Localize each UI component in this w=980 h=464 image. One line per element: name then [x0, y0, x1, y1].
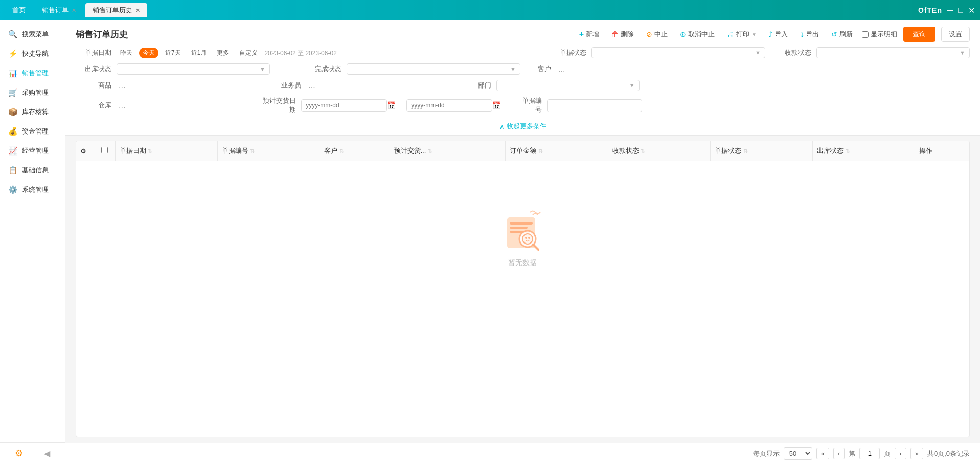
top-bar: 首页 销售订单 ✕ 销售订单历史 ✕ OfTEn ─ □ ✕: [0, 0, 980, 20]
export-button[interactable]: ⤵ 导出: [797, 28, 822, 41]
date-range-text: 2023-06-02 至 2023-06-02: [264, 49, 336, 58]
date-7days[interactable]: 近7天: [162, 48, 185, 58]
collapse-bar[interactable]: ∧ 收起更多条件: [76, 120, 970, 135]
sidebar-item-fund-mgmt[interactable]: 💰 资金管理: [0, 122, 65, 141]
tab-home-label: 首页: [12, 6, 26, 15]
main-layout: 🔍 搜索菜单 ⚡ 快捷导航 📊 销售管理 🛒 采购管理 📦 库存核算 💰 资金管…: [0, 20, 980, 464]
th-gear[interactable]: ⚙: [76, 141, 97, 161]
last-page-btn[interactable]: »: [910, 448, 923, 459]
salesperson-dots[interactable]: ...: [306, 81, 317, 90]
delivery-date-from[interactable]: [301, 99, 387, 112]
sort-icon-bill-status: ⇅: [743, 148, 748, 154]
sidebar-item-search-menu[interactable]: 🔍 搜索菜单: [0, 25, 65, 44]
th-bill-status[interactable]: 单据状态 ⇅: [710, 141, 812, 161]
date-filter-value: 昨天 今天 近7天 近1月 更多 自定义 2023-06-02 至 2023-0…: [117, 48, 525, 58]
cal-icon-from[interactable]: 📅: [387, 101, 396, 109]
delete-icon: 🗑: [611, 30, 619, 38]
delete-button[interactable]: 🗑 删除: [608, 28, 637, 41]
sidebar-collapse-icon[interactable]: ◀: [44, 449, 50, 458]
tab-sales-order-history-label: 销售订单历史: [93, 6, 132, 15]
th-operation: 操作: [915, 141, 969, 161]
cancel-stop-icon: ⊛: [680, 30, 686, 38]
stop-label: 中止: [654, 30, 668, 39]
window-close-btn[interactable]: ✕: [968, 6, 975, 15]
collection-status-select[interactable]: ▼: [816, 47, 970, 58]
tab-home[interactable]: 首页: [5, 3, 33, 17]
sidebar-item-quick-nav[interactable]: ⚡ 快捷导航: [0, 44, 65, 63]
sidebar-item-sys-mgmt[interactable]: ⚙️ 系统管理: [0, 180, 65, 200]
sidebar-item-purchase-mgmt[interactable]: 🛒 采购管理: [0, 83, 65, 102]
filter-row-2: 出库状态 ▼ 完成状态 ▼ 客户 ...: [76, 63, 970, 75]
sidebar-item-operations-mgmt[interactable]: 📈 经营管理: [0, 141, 65, 161]
window-maximize-btn[interactable]: □: [958, 6, 963, 15]
product-dots[interactable]: ...: [117, 81, 127, 90]
svg-point-7: [525, 237, 527, 239]
refresh-button[interactable]: ↺ 刷新: [828, 28, 856, 41]
bill-number-input[interactable]: [547, 99, 642, 112]
tab-sales-order-history-close[interactable]: ✕: [135, 7, 140, 14]
customer-dots[interactable]: ...: [556, 64, 567, 74]
fund-mgmt-icon: 💰: [8, 127, 18, 136]
sidebar-item-basic-info[interactable]: 📋 基础信息: [0, 161, 65, 180]
tab-sales-order-close[interactable]: ✕: [72, 7, 76, 14]
empty-illustration: [494, 207, 551, 258]
th-collection-status[interactable]: 收款状态 ⇅: [608, 141, 710, 161]
delivery-date-to[interactable]: [406, 99, 492, 112]
th-order-amount[interactable]: 订单金额 ⇅: [506, 141, 608, 161]
bill-number-label: 单据编号: [516, 96, 547, 115]
th-check[interactable]: [97, 141, 115, 161]
cancel-stop-label: 取消中止: [688, 30, 715, 39]
select-all-checkbox[interactable]: [101, 147, 108, 153]
sort-icon-order-amount: ⇅: [538, 148, 543, 154]
filter-area: 单据日期 昨天 今天 近7天 近1月 更多 自定义 2023-06-02 至 2…: [76, 47, 970, 135]
page-number-input[interactable]: [859, 448, 880, 459]
print-label: 打印: [736, 30, 749, 39]
sidebar-item-operations-mgmt-label: 经营管理: [22, 146, 49, 156]
setting-button[interactable]: 设置: [941, 27, 970, 42]
next-page-btn[interactable]: ›: [895, 448, 906, 459]
th-expected-delivery[interactable]: 预计交货... ⇅: [390, 141, 506, 161]
page-label-post: 页: [884, 449, 891, 458]
window-minimize-btn[interactable]: ─: [947, 6, 953, 15]
bill-status-select[interactable]: ▼: [591, 47, 765, 58]
display-toggle[interactable]: 显示明细: [862, 30, 897, 39]
sidebar-settings-icon[interactable]: ⚙: [15, 448, 23, 459]
query-button[interactable]: 查询: [903, 27, 935, 42]
export-label: 导出: [806, 30, 819, 39]
quick-nav-icon: ⚡: [8, 49, 18, 58]
first-page-btn[interactable]: «: [816, 448, 829, 459]
sidebar-item-inventory-calc[interactable]: 📦 库存核算: [0, 102, 65, 122]
date-1month[interactable]: 近1月: [188, 48, 211, 58]
add-button[interactable]: + 新增: [576, 28, 602, 41]
basic-info-icon: 📋: [8, 166, 18, 175]
import-button[interactable]: ⤴ 导入: [766, 28, 791, 41]
cal-icon-to[interactable]: 📅: [492, 101, 501, 109]
date-yesterday[interactable]: 昨天: [117, 48, 136, 58]
date-more[interactable]: 更多: [213, 48, 233, 58]
display-toggle-checkbox[interactable]: [862, 31, 869, 38]
th-outbound-status[interactable]: 出库状态 ⇅: [813, 141, 915, 161]
stop-button[interactable]: ⊘ 中止: [643, 28, 671, 41]
th-bill-number[interactable]: 单据编号 ⇅: [217, 141, 320, 161]
per-page-select[interactable]: 50 10 20 100: [784, 447, 812, 460]
th-customer[interactable]: 客户 ⇅: [320, 141, 390, 161]
cancel-stop-button[interactable]: ⊛ 取消中止: [677, 28, 718, 41]
collection-status-label: 收款状态: [781, 48, 816, 57]
print-button[interactable]: 🖨 打印 ▼: [724, 28, 760, 41]
th-bill-status-label: 单据状态: [715, 147, 741, 154]
outbound-status-select[interactable]: ▼: [117, 63, 270, 75]
th-bill-date-label: 单据日期: [120, 147, 146, 154]
prev-page-btn[interactable]: ‹: [833, 448, 845, 459]
sidebar-item-sales-mgmt[interactable]: 📊 销售管理: [0, 63, 65, 83]
date-custom[interactable]: 自定义: [236, 48, 261, 58]
tab-sales-order[interactable]: 销售订单 ✕: [35, 3, 83, 17]
warehouse-dots[interactable]: ...: [117, 101, 127, 110]
date-today[interactable]: 今天: [139, 48, 158, 58]
department-select[interactable]: ▼: [496, 80, 640, 91]
import-label: 导入: [774, 30, 788, 39]
salesperson-label: 业务员: [281, 81, 306, 90]
completion-status-arrow: ▼: [510, 66, 516, 72]
completion-status-select[interactable]: ▼: [347, 63, 520, 75]
tab-sales-order-history[interactable]: 销售订单历史 ✕: [85, 3, 147, 17]
th-bill-date[interactable]: 单据日期 ⇅: [115, 141, 217, 161]
